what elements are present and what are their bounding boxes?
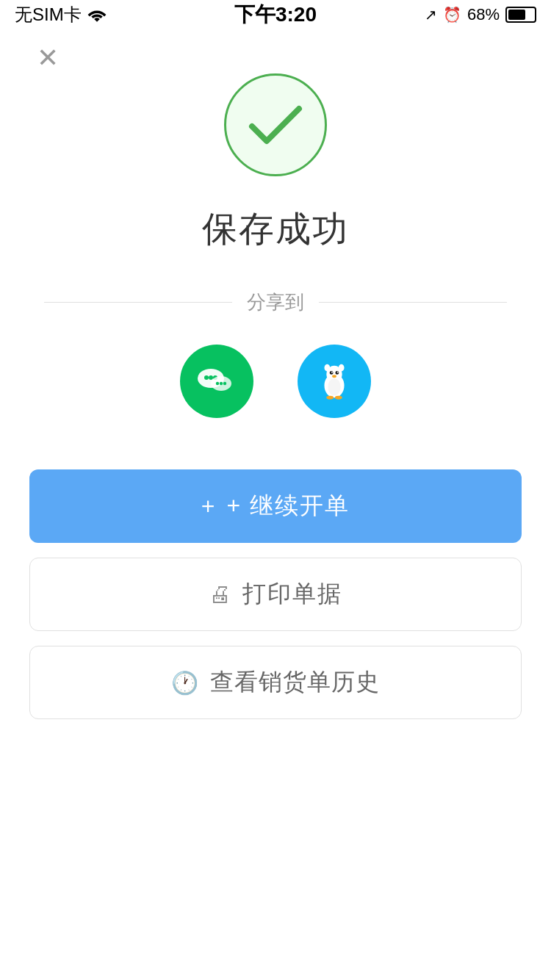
svg-point-5	[216, 382, 219, 385]
status-carrier: 无SIM卡	[15, 3, 107, 26]
status-time: 下午3:20	[234, 1, 317, 29]
history-label: 查看销货单历史	[210, 666, 380, 699]
svg-point-11	[335, 371, 339, 375]
share-divider: 分享到	[0, 289, 551, 315]
share-icons-container	[180, 345, 371, 418]
status-right: ↗ ⏰ 68%	[425, 5, 536, 24]
carrier-text: 无SIM卡	[15, 3, 82, 26]
print-label: 打印单据	[242, 578, 342, 610]
history-button[interactable]: 🕐 查看销货单历史	[29, 646, 522, 719]
print-button[interactable]: 🖨 打印单据	[29, 558, 522, 631]
history-icon: 🕐	[171, 670, 198, 696]
qq-share-button[interactable]	[298, 345, 371, 418]
print-icon: 🖨	[209, 582, 231, 607]
main-content: 保存成功 分享到	[0, 29, 551, 719]
svg-point-17	[335, 396, 342, 400]
svg-point-13	[337, 372, 339, 373]
svg-point-6	[220, 382, 223, 385]
svg-point-19	[339, 364, 345, 372]
success-icon-circle	[224, 73, 327, 176]
battery-icon	[505, 7, 536, 23]
close-icon: ✕	[37, 45, 59, 71]
svg-point-12	[331, 372, 333, 373]
status-bar: 无SIM卡 下午3:20 ↗ ⏰ 68%	[0, 0, 551, 29]
svg-point-16	[326, 396, 334, 400]
success-title: 保存成功	[202, 206, 349, 253]
svg-point-2	[209, 375, 213, 380]
divider-line-left	[44, 302, 232, 303]
svg-point-18	[324, 364, 330, 372]
alarm-icon: ⏰	[443, 6, 461, 24]
svg-point-10	[330, 371, 334, 375]
battery-percent: 68%	[467, 5, 500, 24]
action-buttons: + + 继续开单 🖨 打印单据 🕐 查看销货单历史	[0, 469, 551, 719]
qq-icon	[313, 360, 356, 403]
share-label: 分享到	[232, 289, 319, 315]
svg-point-1	[204, 375, 209, 380]
divider-line-right	[319, 302, 507, 303]
svg-point-7	[223, 382, 226, 385]
wechat-icon	[195, 359, 239, 403]
plus-icon: +	[201, 493, 215, 520]
location-icon: ↗	[425, 6, 437, 24]
wifi-icon	[87, 7, 107, 22]
wechat-share-button[interactable]	[180, 345, 253, 418]
close-button[interactable]: ✕	[29, 40, 66, 76]
svg-point-15	[328, 378, 340, 395]
continue-label: + 继续开单	[227, 490, 350, 522]
svg-point-14	[332, 375, 336, 378]
continue-button[interactable]: + + 继续开单	[29, 469, 522, 543]
checkmark-icon	[246, 103, 305, 147]
